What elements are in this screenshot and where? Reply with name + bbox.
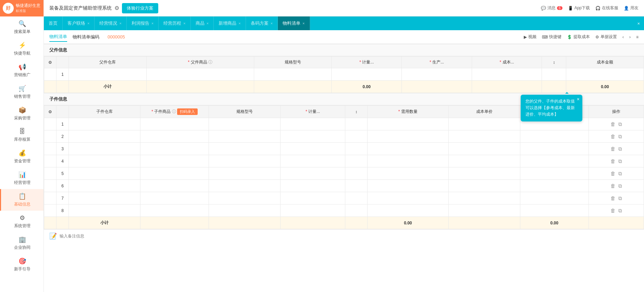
child-row6-unit[interactable] — [281, 180, 345, 192]
parent-row1-unit[interactable] — [332, 68, 402, 81]
note-input[interactable] — [60, 234, 639, 238]
close-icon[interactable]: × — [302, 21, 305, 25]
sidebar-item-inventory[interactable]: 🗄 库存核算 — [0, 125, 44, 146]
child-row7-goods[interactable] — [140, 192, 209, 205]
sidebar-item-enterprise[interactable]: 🏢 企业协同 — [0, 232, 44, 254]
trial-button[interactable]: 体验行业方案 — [122, 3, 158, 13]
copy-icon-5[interactable]: ⧉ — [618, 171, 622, 177]
sidebar-item-purchase[interactable]: 📦 采购管理 — [0, 103, 44, 125]
child-row4-unit[interactable] — [281, 155, 345, 167]
delete-icon-5[interactable]: 🗑 — [610, 171, 616, 176]
child-row1-spec[interactable] — [209, 118, 281, 130]
nav-next-button[interactable]: › — [629, 35, 631, 39]
copy-icon-8[interactable]: ⧉ — [618, 208, 622, 214]
child-row1-goods[interactable] — [140, 118, 209, 130]
delete-icon-6[interactable]: 🗑 — [610, 183, 616, 189]
child-row1-quantity[interactable] — [368, 118, 449, 130]
parent-row1-production[interactable] — [402, 68, 472, 81]
parent-row1-warehouse[interactable] — [69, 68, 147, 81]
child-row2-unit-cost[interactable] — [448, 130, 520, 143]
sidebar-item-system[interactable]: ⚙ 系统管理 — [0, 211, 44, 232]
child-row8-cost-amount[interactable] — [520, 205, 589, 217]
tab-add-goods[interactable]: 新增商品 × — [214, 16, 246, 30]
child-row4-unit-cost[interactable] — [448, 155, 520, 167]
child-row3-warehouse[interactable] — [69, 143, 140, 155]
parent-row1-cost-amount[interactable] — [566, 68, 644, 81]
close-icon[interactable]: × — [207, 21, 209, 25]
child-row6-spec[interactable] — [209, 180, 281, 192]
view-video-button[interactable]: ▶ 视频 — [524, 34, 536, 40]
close-icon[interactable]: × — [271, 21, 273, 25]
close-icon[interactable]: × — [87, 21, 89, 25]
child-row2-warehouse[interactable] — [69, 130, 140, 143]
child-row2-quantity[interactable] — [368, 130, 449, 143]
close-icon[interactable]: × — [238, 21, 240, 25]
child-row4-quantity[interactable] — [368, 155, 449, 167]
child-row6-cost-amount[interactable] — [520, 180, 589, 192]
tab-customer[interactable]: 客户联络 × — [63, 16, 95, 30]
sidebar-item-operations[interactable]: 📊 经营管理 — [0, 167, 44, 189]
user-button[interactable]: 👤 用友 — [624, 5, 639, 11]
child-row8-spec[interactable] — [209, 205, 281, 217]
single-settings-button[interactable]: ⚙ 单据设置 — [595, 34, 617, 40]
child-row6-unit-cost[interactable] — [448, 180, 520, 192]
nav-prev-button[interactable]: ‹ — [622, 35, 624, 39]
delete-icon-1[interactable]: 🗑 — [610, 121, 616, 127]
child-row2-goods[interactable] — [140, 130, 209, 143]
child-row4-goods[interactable] — [140, 155, 209, 167]
child-row1-warehouse[interactable] — [69, 118, 140, 130]
child-row4-spec[interactable] — [209, 155, 281, 167]
child-row7-quantity[interactable] — [368, 192, 449, 205]
child-row8-unit-cost[interactable] — [448, 205, 520, 217]
close-icon[interactable]: × — [183, 21, 185, 25]
child-row2-cost-amount[interactable] — [520, 130, 589, 143]
sub-tab-bom[interactable]: 物料清单 — [49, 32, 67, 42]
child-row5-goods[interactable] — [140, 167, 209, 180]
sidebar-item-marketing[interactable]: 📢 营销推广 — [0, 60, 44, 81]
copy-icon-4[interactable]: ⧉ — [618, 158, 622, 164]
close-icon[interactable]: × — [151, 21, 153, 25]
child-row5-unit[interactable] — [281, 167, 345, 180]
child-row5-warehouse[interactable] — [69, 167, 140, 180]
shortcut-button[interactable]: ⌨ 快捷键 — [542, 34, 561, 40]
delete-icon-7[interactable]: 🗑 — [610, 195, 616, 201]
delete-icon-4[interactable]: 🗑 — [610, 158, 616, 164]
tab-barcode[interactable]: 条码方案 × — [246, 16, 278, 30]
child-row7-unit[interactable] — [281, 192, 345, 205]
parent-row1-cost[interactable] — [472, 68, 542, 81]
child-row8-quantity[interactable] — [368, 205, 449, 217]
copy-icon-6[interactable]: ⧉ — [618, 183, 622, 189]
sidebar-item-quick-nav[interactable]: ⚡ 快捷导航 — [0, 38, 44, 60]
sidebar-item-finance[interactable]: 💰 资金管理 — [0, 146, 44, 167]
child-row7-warehouse[interactable] — [69, 192, 140, 205]
child-row7-unit-cost[interactable] — [448, 192, 520, 205]
online-service-button[interactable]: 🎧 在线客服 — [595, 5, 618, 11]
settings-button[interactable]: ⚙ — [114, 5, 119, 11]
sidebar-item-sales[interactable]: 🛒 销售管理 — [0, 81, 44, 103]
child-row5-cost-amount[interactable] — [520, 167, 589, 180]
message-button[interactable]: 💬 消息 6 — [541, 5, 562, 11]
nav-close-all[interactable]: × — [633, 21, 644, 26]
child-row3-spec[interactable] — [209, 143, 281, 155]
parent-row1-goods[interactable] — [146, 68, 254, 81]
tab-goods[interactable]: 商品 × — [191, 16, 214, 30]
child-row8-warehouse[interactable] — [69, 205, 140, 217]
child-row7-spec[interactable] — [209, 192, 281, 205]
child-row7-cost-amount[interactable] — [520, 192, 589, 205]
parent-row1-spec[interactable] — [254, 68, 332, 81]
copy-icon-7[interactable]: ⧉ — [618, 195, 622, 201]
extract-cost-button[interactable]: 💲 提取成本 — [567, 34, 590, 40]
child-row6-warehouse[interactable] — [69, 180, 140, 192]
child-row5-quantity[interactable] — [368, 167, 449, 180]
sidebar-item-guide[interactable]: 🎯 新手引导 — [0, 254, 44, 276]
child-row8-goods[interactable] — [140, 205, 209, 217]
layout-button[interactable]: ≡ — [636, 35, 639, 39]
child-row4-warehouse[interactable] — [69, 155, 140, 167]
child-row1-unit[interactable] — [281, 118, 345, 130]
close-icon[interactable]: × — [119, 21, 121, 25]
child-row3-goods[interactable] — [140, 143, 209, 155]
child-row3-quantity[interactable] — [368, 143, 449, 155]
child-row3-unit-cost[interactable] — [448, 143, 520, 155]
copy-icon-1[interactable]: ⧉ — [618, 121, 622, 127]
delete-icon-2[interactable]: 🗑 — [610, 133, 616, 139]
